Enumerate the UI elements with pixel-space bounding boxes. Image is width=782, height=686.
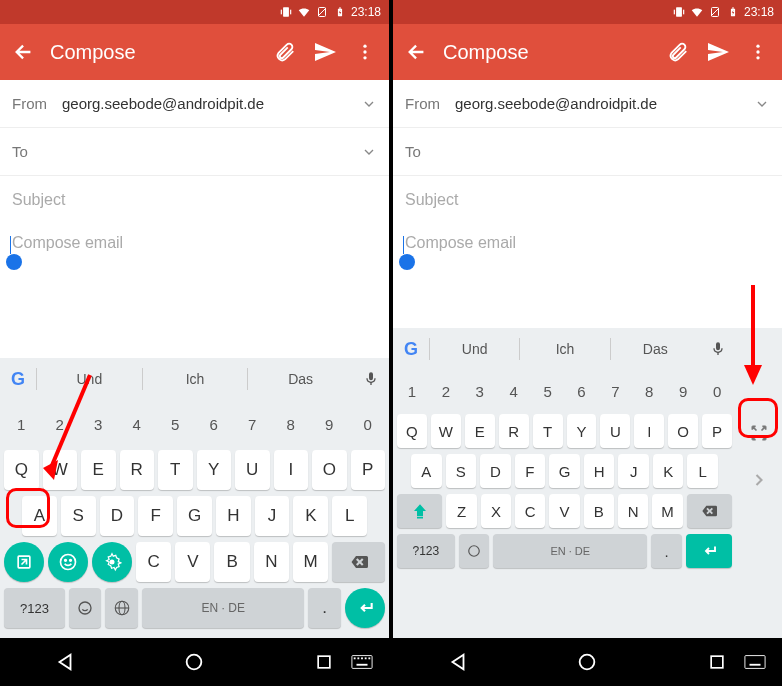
key-q[interactable]: Q (397, 414, 427, 448)
symbols-key[interactable]: ?123 (4, 588, 65, 628)
key-i[interactable]: I (634, 414, 664, 448)
key-w[interactable]: W (43, 450, 78, 490)
nav-recent-button[interactable] (702, 647, 732, 677)
key-8[interactable]: 8 (634, 374, 664, 408)
key-o[interactable]: O (312, 450, 347, 490)
body-input[interactable]: Compose email (393, 224, 782, 262)
backspace-key[interactable] (687, 494, 732, 528)
key-4[interactable]: 4 (499, 374, 529, 408)
key-6[interactable]: 6 (197, 404, 232, 444)
key-q[interactable]: Q (4, 450, 39, 490)
subject-input[interactable]: Subject (0, 176, 389, 224)
key-w[interactable]: W (431, 414, 461, 448)
mic-icon[interactable] (700, 341, 736, 357)
suggestion-2[interactable]: Ich (519, 338, 609, 360)
attach-button[interactable] (271, 38, 299, 66)
enter-key[interactable] (345, 588, 385, 628)
key-b[interactable]: B (584, 494, 614, 528)
key-3[interactable]: 3 (81, 404, 116, 444)
from-row[interactable]: From georg.seebode@androidpit.de (0, 80, 389, 128)
google-icon[interactable]: G (0, 369, 36, 390)
key-r[interactable]: R (499, 414, 529, 448)
chevron-down-icon[interactable] (754, 96, 770, 112)
key-o[interactable]: O (668, 414, 698, 448)
key-8[interactable]: 8 (274, 404, 309, 444)
key-f[interactable]: F (138, 496, 173, 536)
send-button[interactable] (704, 38, 732, 66)
space-key[interactable]: EN · DE (493, 534, 647, 568)
send-button[interactable] (311, 38, 339, 66)
overflow-menu-button[interactable] (351, 38, 379, 66)
key-u[interactable]: U (600, 414, 630, 448)
suggestion-3[interactable]: Das (247, 368, 353, 390)
key-s[interactable]: S (446, 454, 477, 488)
key-b[interactable]: B (214, 542, 249, 582)
key-x[interactable]: X (481, 494, 511, 528)
key-7[interactable]: 7 (600, 374, 630, 408)
emoji-key[interactable] (69, 588, 102, 628)
key-l[interactable]: L (332, 496, 367, 536)
key-l[interactable]: L (687, 454, 718, 488)
cursor-handle[interactable] (6, 254, 22, 270)
key-k[interactable]: K (293, 496, 328, 536)
key-i[interactable]: I (274, 450, 309, 490)
key-0[interactable]: 0 (351, 404, 386, 444)
attach-button[interactable] (664, 38, 692, 66)
key-u[interactable]: U (235, 450, 270, 490)
key-g[interactable]: G (177, 496, 212, 536)
from-row[interactable]: From georg.seebode@androidpit.de (393, 80, 782, 128)
cursor-handle[interactable] (399, 254, 415, 270)
key-h[interactable]: H (584, 454, 615, 488)
subject-input[interactable]: Subject (393, 176, 782, 224)
suggestion-3[interactable]: Das (610, 338, 700, 360)
to-row[interactable]: To (0, 128, 389, 176)
key-y[interactable]: Y (197, 450, 232, 490)
nav-home-button[interactable] (179, 647, 209, 677)
key-g[interactable]: G (549, 454, 580, 488)
body-input[interactable]: Compose email (0, 224, 389, 262)
key-e[interactable]: E (81, 450, 116, 490)
key-9[interactable]: 9 (312, 404, 347, 444)
language-key[interactable] (105, 588, 138, 628)
key-7[interactable]: 7 (235, 404, 270, 444)
key-5[interactable]: 5 (158, 404, 193, 444)
key-2[interactable]: 2 (43, 404, 78, 444)
key-1[interactable]: 1 (397, 374, 427, 408)
shift-key[interactable] (397, 494, 442, 528)
key-v[interactable]: V (549, 494, 579, 528)
key-m[interactable]: M (293, 542, 328, 582)
key-s[interactable]: S (61, 496, 96, 536)
key-n[interactable]: N (618, 494, 648, 528)
key-3[interactable]: 3 (465, 374, 495, 408)
key-t[interactable]: T (158, 450, 193, 490)
back-button[interactable] (10, 38, 38, 66)
nav-recent-button[interactable] (309, 647, 339, 677)
suggestion-2[interactable]: Ich (142, 368, 248, 390)
nav-back-button[interactable] (50, 647, 80, 677)
to-row[interactable]: To (393, 128, 782, 176)
key-t[interactable]: T (533, 414, 563, 448)
key-4[interactable]: 4 (120, 404, 155, 444)
key-e[interactable]: E (465, 414, 495, 448)
move-keyboard-button[interactable] (749, 470, 769, 490)
one-handed-mode-button[interactable] (4, 542, 44, 582)
key-h[interactable]: H (216, 496, 251, 536)
emoji-key[interactable] (459, 534, 490, 568)
key-v[interactable]: V (175, 542, 210, 582)
google-icon[interactable]: G (393, 339, 429, 360)
key-r[interactable]: R (120, 450, 155, 490)
key-y[interactable]: Y (567, 414, 597, 448)
chevron-down-icon[interactable] (361, 96, 377, 112)
nav-home-button[interactable] (572, 647, 602, 677)
key-2[interactable]: 2 (431, 374, 461, 408)
key-0[interactable]: 0 (702, 374, 732, 408)
key-c[interactable]: C (136, 542, 171, 582)
chevron-down-icon[interactable] (361, 144, 377, 160)
space-key[interactable]: EN · DE (142, 588, 305, 628)
symbols-key[interactable]: ?123 (397, 534, 455, 568)
settings-button[interactable] (92, 542, 132, 582)
key-k[interactable]: K (653, 454, 684, 488)
key-n[interactable]: N (254, 542, 289, 582)
key-p[interactable]: P (351, 450, 386, 490)
key-f[interactable]: F (515, 454, 546, 488)
